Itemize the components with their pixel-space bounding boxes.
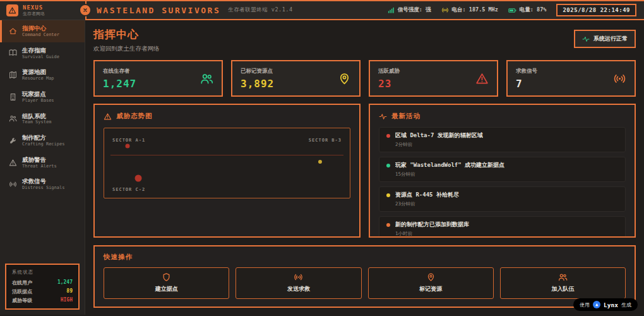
signal-strength-status: 信号强度: 强 [388,6,431,14]
sidebar-item-threat-alerts[interactable]: 威胁警告Threat Alerts [0,152,85,174]
establish-base-button[interactable]: 建立据点 [104,267,229,299]
sidebar-item-sublabel: Command Center [22,32,59,38]
activity-time: 23分钟前 [395,201,618,207]
status-row-active-bases: 活跃据点 89 [12,288,73,295]
pin-icon [338,72,351,85]
lynx-badge[interactable]: 使用 ▲ Lynx 生成 [573,298,638,311]
building-icon [9,93,17,101]
sidebar-item-label: 组队系统 [22,112,51,120]
stat-label: 活跃威胁 [378,68,400,75]
pulse-icon [582,35,590,43]
sidebar-item-crafting-recipes[interactable]: 制作配方Crafting Recipes [0,130,85,152]
threat-dot [318,160,322,164]
stats-row: 在线生存者 1,247 已标记资源点 3,892 活跃威胁 23 [93,60,636,97]
threat-level-value: HIGH [61,297,73,304]
activity-item: 玩家 "WastelandWolf" 成功建立新据点 15分钟前 [379,157,626,182]
sidebar-item-command-center[interactable]: 指挥中心Command Center [0,20,85,42]
sidebar-item-label: 威胁警告 [22,156,57,164]
sector-label-b3: SECTOR B-3 [309,138,342,143]
broadcast-icon [9,180,17,188]
activity-time: 2分钟前 [395,142,618,148]
sidebar-item-sublabel: Player Bases [22,98,54,104]
sidebar-item-resource-map[interactable]: 资源地图Resource Map [0,64,85,86]
sidebar: 指挥中心Command Center 生存指南Survival Guide 资源… [0,20,85,315]
nexus-logo-icon [6,4,18,16]
warning-icon [475,72,489,85]
clock: 2025/8/28 22:14:49 [556,4,636,16]
stat-card-marked-resources[interactable]: 已标记资源点 3,892 [231,60,361,97]
users-icon [9,114,17,123]
sidebar-item-label: 生存指南 [22,47,59,54]
sidebar-item-label: 指挥中心 [22,25,59,32]
radio-status: 电台: 187.5 MHz [441,6,498,14]
sidebar-item-sublabel: Crafting Recipes [22,142,64,147]
sidebar-item-sublabel: Threat Alerts [22,164,57,169]
page-title: 指挥中心 [93,27,160,42]
home-icon [9,27,17,35]
activity-title: 最新活动 [391,112,420,121]
sidebar-collapse-button[interactable] [79,4,92,16]
app-title: WASTELAND SURVIVORS [97,6,220,15]
sidebar-item-label: 玩家据点 [22,90,54,98]
main-content: 指挥中心 欢迎回到废土生存者网络 系统运行正常 在线生存者 1,247 已标记资… [85,20,644,315]
lynx-logo-icon: ▲ [593,301,600,308]
stat-card-distress-signals[interactable]: 求救信号 7 [506,60,636,97]
threat-map-title: 威胁态势图 [116,112,153,121]
threat-map-panel: 威胁态势图 SECTOR A-1 SECTOR B-3 SECTOR C-2 [93,104,361,238]
map-icon [9,71,17,79]
system-ok-button[interactable]: 系统运行正常 [574,30,636,48]
sidebar-item-label: 资源地图 [22,68,54,76]
sidebar-item-player-bases[interactable]: 玩家据点Player Bases [0,86,85,108]
sidebar-item-sublabel: Survival Guide [22,54,59,60]
active-bases-value: 89 [66,288,73,295]
send-distress-button[interactable]: 发送求救 [236,267,361,299]
users-icon [200,72,213,85]
sidebar-item-label: 制作配方 [22,134,64,142]
stat-value: 7 [516,78,537,90]
sidebar-item-team-system[interactable]: 组队系统Team System [0,108,85,130]
stat-card-active-threats[interactable]: 活跃威胁 23 [369,60,498,97]
status-row-online-users: 在线用户 1,247 [12,279,73,286]
threat-map: SECTOR A-1 SECTOR B-3 SECTOR C-2 [104,128,350,198]
map-divider [110,155,343,155]
activity-dot [386,164,390,167]
activity-dot [386,193,390,197]
broadcast-icon [294,272,303,282]
sidebar-item-sublabel: Distress Signals [22,185,64,191]
join-team-button[interactable]: 加入队伍 [500,267,626,299]
mark-resource-button[interactable]: 标记资源 [368,267,494,299]
sidebar-item-sublabel: Team System [22,119,51,125]
sidebar-item-distress-signals[interactable]: 求救信号Distress Signals [0,173,85,195]
stat-value: 23 [378,78,400,90]
logo-area: NEXUS 生存者网络 [0,1,85,20]
sidebar-item-label: 求救信号 [22,178,64,185]
activity-panel: 最新活动 区域 Delta-7 发现新的辐射区域 2分钟前 玩家 "Wastel [369,104,636,238]
stat-value: 1,247 [103,78,136,90]
stat-label: 已标记资源点 [241,68,274,75]
users-icon [558,272,568,282]
signal-bars-icon [388,7,395,14]
battery-status: 电量: 87% [508,6,547,15]
system-status-title: 系统状态 [12,269,73,276]
status-row-threat-level: 威胁等级 HIGH [12,297,73,304]
app-subtitle: 生存者联盟终端 v2.1.4 [228,6,292,14]
battery-icon [508,6,516,15]
signal-strength-label: 信号强度: 强 [398,6,431,14]
activity-dot [386,134,390,138]
top-bar-main: WASTELAND SURVIVORS 生存者联盟终端 v2.1.4 信号强度:… [85,1,644,20]
warning-icon [104,112,112,121]
threat-dot [125,143,129,148]
activity-time: 15分钟前 [395,171,618,178]
activity-time: 1小时前 [395,231,618,237]
pulse-icon [379,112,387,121]
online-users-value: 1,247 [57,279,73,286]
stat-card-online-survivors[interactable]: 在线生存者 1,247 [93,60,223,97]
activity-item: 资源点 R-445 补给耗尽 23分钟前 [379,186,626,212]
top-bar: NEXUS 生存者网络 WASTELAND SURVIVORS 生存者联盟终端 … [0,0,644,20]
battery-label: 电量: 87% [520,6,547,14]
logo-name: NEXUS [23,4,45,11]
page-subtitle: 欢迎回到废土生存者网络 [93,45,160,53]
broadcast-icon [613,72,626,85]
sidebar-item-survival-guide[interactable]: 生存指南Survival Guide [0,42,85,64]
activity-item: 区域 Delta-7 发现新的辐射区域 2分钟前 [379,127,626,152]
